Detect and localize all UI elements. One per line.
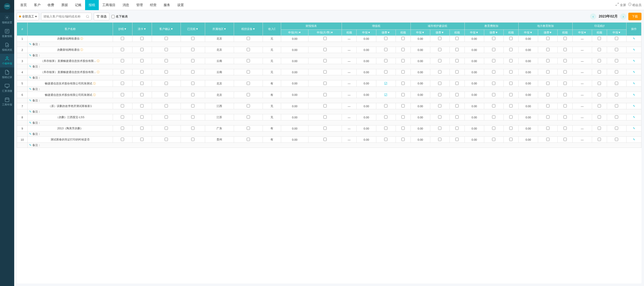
cell-localedu-apply[interactable]: [538, 80, 557, 87]
cell-qingka[interactable]: [132, 69, 152, 75]
stamp-apply2-cb[interactable]: [615, 82, 618, 85]
device-checkbox[interactable]: [247, 104, 250, 108]
stamp-apply-cb[interactable]: [598, 70, 601, 74]
cell-edu-pay[interactable]: [503, 92, 518, 98]
cell-chaoshui[interactable]: [113, 103, 132, 109]
yiwanshu-checkbox[interactable]: [191, 48, 194, 51]
cell-stamp-apply2[interactable]: [607, 47, 626, 53]
city-apply-cb[interactable]: [438, 115, 441, 119]
nav-jingying[interactable]: 经营: [146, 0, 160, 10]
nav-customer[interactable]: 客户: [30, 0, 44, 10]
yiwanshu-checkbox[interactable]: [191, 59, 194, 62]
nav-gongshang[interactable]: 工商项目: [99, 0, 119, 10]
cell-vat-pay[interactable]: [396, 103, 411, 109]
cell-chaoshui[interactable]: [113, 92, 132, 98]
cell-localedu-pay[interactable]: [558, 58, 573, 64]
filter-button[interactable]: 筛选: [94, 13, 109, 20]
vat-pay-cb[interactable]: [401, 138, 405, 141]
cell-yiwanshu[interactable]: [181, 126, 205, 132]
cell-chaoshui[interactable]: [113, 47, 132, 53]
localedu-pay-cb[interactable]: [563, 127, 567, 130]
edu-apply-cb[interactable]: [492, 59, 495, 62]
edu-apply-cb[interactable]: [492, 138, 495, 141]
cell-vat-pay[interactable]: [396, 69, 411, 75]
cell-city-apply[interactable]: [430, 36, 450, 42]
cell-vat-pay[interactable]: [396, 126, 411, 132]
th-confirm[interactable]: 客户确认▼: [152, 23, 181, 36]
confirm-checkbox[interactable]: [165, 93, 168, 96]
th-yiwanshu[interactable]: 已完税▼: [181, 23, 205, 36]
caibao-year-cb[interactable]: [323, 48, 327, 51]
cell-device[interactable]: [234, 80, 263, 87]
cell-caibao-year[interactable]: [308, 92, 342, 98]
th-localedu-pay[interactable]: 缴费▼: [538, 30, 557, 36]
qingka-checkbox[interactable]: [140, 48, 144, 51]
cell-localedu-apply[interactable]: [538, 137, 557, 143]
cell-edu-apply[interactable]: [484, 114, 503, 120]
cell-confirm[interactable]: [152, 69, 181, 75]
cell-caibao-year[interactable]: [308, 47, 342, 53]
caibao-year-cb[interactable]: [323, 127, 327, 130]
qingka-checkbox[interactable]: [140, 93, 144, 96]
chaoshui-checkbox[interactable]: [121, 104, 124, 108]
cell-vat-pay[interactable]: [396, 58, 411, 64]
chaoshui-checkbox[interactable]: [121, 115, 124, 119]
city-pay-cb[interactable]: [455, 37, 459, 40]
cell-qingka[interactable]: [132, 80, 152, 87]
cell-edu-pay[interactable]: [503, 114, 518, 120]
localedu-apply-cb[interactable]: [546, 127, 550, 130]
cell-localedu-pay[interactable]: [558, 114, 573, 120]
cell-confirm[interactable]: [152, 103, 181, 109]
cell-vat-apply[interactable]: [376, 114, 396, 120]
cell-yiwanshu[interactable]: [181, 80, 205, 87]
th-caibao-month[interactable]: 申报(月/季)▼: [308, 30, 342, 36]
cell-edu-pay[interactable]: [503, 103, 518, 109]
cell-ops[interactable]: ✎: [627, 80, 641, 87]
stamp-apply2-cb[interactable]: [615, 93, 618, 96]
th-chaoshui[interactable]: 抄税▼: [113, 23, 132, 36]
edit-note-icon[interactable]: ✎: [29, 54, 31, 57]
cell-localedu-apply[interactable]: [538, 58, 557, 64]
cell-edu-apply[interactable]: [484, 126, 503, 132]
cell-caibao-year[interactable]: [308, 80, 342, 87]
localedu-apply-cb[interactable]: [546, 37, 550, 40]
localedu-pay-cb[interactable]: [563, 48, 567, 51]
cell-edu-pay[interactable]: [503, 137, 518, 143]
stamp-apply-cb[interactable]: [598, 93, 601, 96]
device-checkbox[interactable]: [247, 82, 250, 85]
stamp-apply-cb[interactable]: [598, 104, 601, 108]
edit-icon[interactable]: ✎: [633, 48, 635, 51]
cell-confirm[interactable]: [152, 92, 181, 98]
cell-city-apply[interactable]: [430, 126, 450, 132]
confirm-checkbox[interactable]: [165, 138, 168, 141]
nav-shoufei[interactable]: 收费: [44, 0, 58, 10]
vat-pay-cb[interactable]: [401, 127, 405, 130]
yiwanshu-checkbox[interactable]: [191, 138, 194, 141]
th-city-apply[interactable]: 申报▼: [411, 30, 430, 36]
nav-baoshui[interactable]: 报税: [85, 0, 99, 10]
cell-ops[interactable]: ✎: [627, 69, 641, 75]
cell-stamp-apply2[interactable]: [607, 92, 626, 98]
confirm-checkbox[interactable]: [165, 82, 168, 85]
cell-vat-pay[interactable]: [396, 36, 411, 42]
confirm-checkbox[interactable]: [165, 48, 168, 51]
cell-edu-apply[interactable]: [484, 69, 503, 75]
cell-caibao-year[interactable]: [308, 137, 342, 143]
cell-stamp-apply2[interactable]: [607, 126, 626, 132]
nav-guanli[interactable]: 管理: [133, 0, 146, 10]
cell-yiwanshu[interactable]: [181, 69, 205, 75]
stamp-apply2-cb[interactable]: [615, 115, 618, 119]
caibao-year-cb[interactable]: [323, 59, 327, 62]
cell-chaoshui[interactable]: [113, 126, 132, 132]
cell-device[interactable]: [234, 36, 263, 42]
th-qingka[interactable]: 清卡▼: [132, 23, 152, 36]
cell-localedu-apply[interactable]: [538, 69, 557, 75]
cell-vat-pay[interactable]: [396, 92, 411, 98]
next-date-button[interactable]: ›: [620, 13, 626, 20]
cell-vat-apply[interactable]: [376, 47, 396, 53]
edu-pay-cb[interactable]: [509, 115, 513, 119]
stamp-apply-cb[interactable]: [598, 59, 601, 62]
cell-localedu-apply[interactable]: [538, 36, 557, 42]
sidebar-item-geshui[interactable]: 个税申报: [0, 54, 14, 67]
cell-edu-apply[interactable]: [484, 47, 503, 53]
